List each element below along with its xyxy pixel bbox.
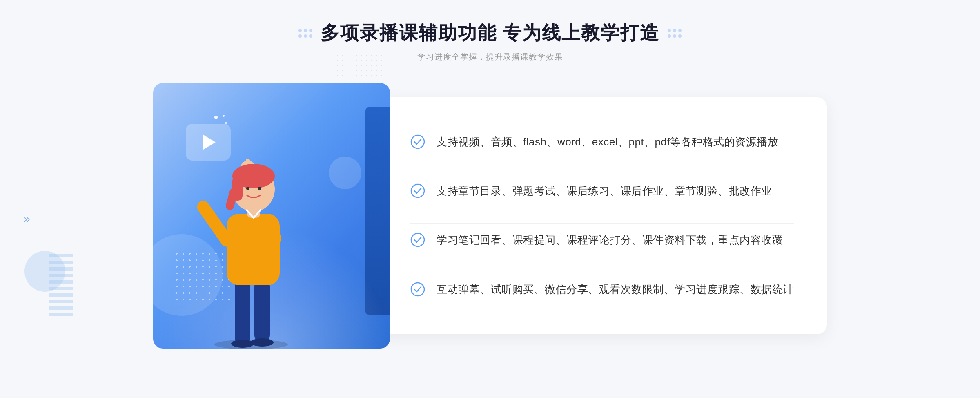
sparkle-1 <box>214 116 218 119</box>
header-dots-right <box>668 29 682 38</box>
deco-bar-side <box>49 251 74 316</box>
svg-point-16 <box>258 187 261 190</box>
chevron-icon-left: » <box>24 212 30 226</box>
features-card: 支持视频、音频、flash、word、excel、ppt、pdf等各种格式的资源… <box>378 97 827 334</box>
svg-point-4 <box>251 338 274 347</box>
svg-point-3 <box>231 340 254 348</box>
feature-item-3: 学习笔记回看、课程提问、课程评论打分、课件资料下载，重点内容收藏 <box>410 223 794 257</box>
page-header: 多项录播课辅助功能 专为线上教学打造 学习进度全掌握，提升录播课教学效果 <box>0 0 980 71</box>
deco-circle-small <box>329 157 361 189</box>
svg-point-19 <box>411 233 424 246</box>
feature-text-4: 互动弹幕、试听购买、微信分享、观看次数限制、学习进度跟踪、数据统计 <box>437 281 794 298</box>
main-content: 支持视频、音频、flash、word、excel、ppt、pdf等各种格式的资源… <box>0 83 980 349</box>
feature-item-1: 支持视频、音频、flash、word、excel、ppt、pdf等各种格式的资源… <box>410 125 794 159</box>
page-title: 多项录播课辅助功能 专为线上教学打造 <box>321 20 660 46</box>
svg-point-20 <box>411 283 424 296</box>
header-dots-left <box>298 29 312 38</box>
illustration-card <box>153 83 390 349</box>
chevron-decoration: » <box>24 212 30 226</box>
svg-rect-1 <box>235 279 250 344</box>
page-subtitle: 学习进度全掌握，提升录播课教学效果 <box>0 51 980 63</box>
svg-point-15 <box>246 187 249 190</box>
check-icon-1 <box>410 134 425 149</box>
feature-item-4: 互动弹幕、试听购买、微信分享、观看次数限制、学习进度跟踪、数据统计 <box>410 273 794 306</box>
feature-text-3: 学习笔记回看、课程提问、课程评论打分、课件资料下载，重点内容收藏 <box>437 232 783 249</box>
person-illustration <box>186 120 325 349</box>
title-wrap: 多项录播课辅助功能 专为线上教学打造 <box>0 20 980 46</box>
svg-point-18 <box>411 184 424 197</box>
check-icon-4 <box>410 282 425 297</box>
feature-text-1: 支持视频、音频、flash、word、excel、ppt、pdf等各种格式的资源… <box>437 134 778 151</box>
feature-item-2: 支持章节目录、弹题考试、课后练习、课后作业、章节测验、批改作业 <box>410 174 794 208</box>
sparkle-3 <box>223 115 225 117</box>
check-icon-2 <box>410 183 425 198</box>
check-icon-3 <box>410 233 425 247</box>
svg-rect-2 <box>254 279 270 342</box>
feature-text-2: 支持章节目录、弹题考试、课后练习、课后作业、章节测验、批改作业 <box>437 183 772 200</box>
svg-point-17 <box>411 135 424 148</box>
